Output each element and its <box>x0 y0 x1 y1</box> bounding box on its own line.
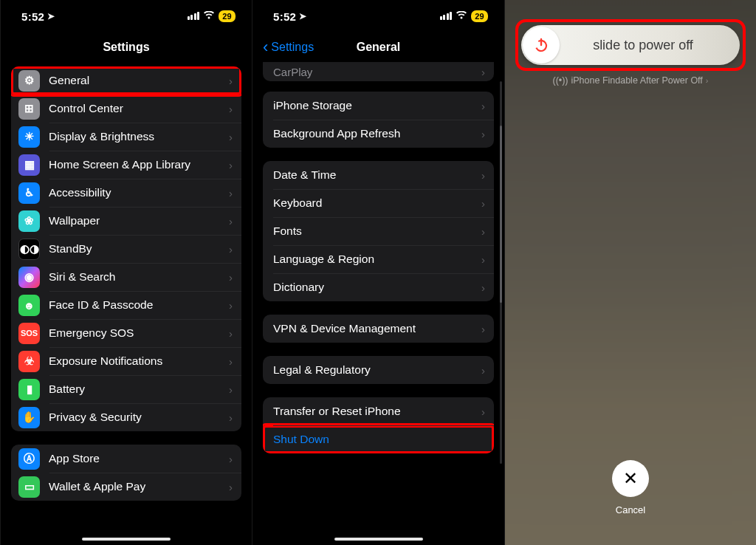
battery-icon: ▮ <box>18 379 40 400</box>
chevron-right-icon: › <box>229 131 233 143</box>
row-label: Accessibility <box>49 186 229 199</box>
row-label: Exposure Notifications <box>49 354 229 368</box>
row-siri[interactable]: ◉Siri & Search› <box>11 263 241 291</box>
row-keyboard[interactable]: Keyboard› <box>263 189 494 217</box>
row-label: Fonts <box>273 224 481 238</box>
wallpaper-icon: ❀ <box>18 210 40 232</box>
general-group-input: Date & Time›Keyboard›Fonts›Language & Re… <box>263 161 494 301</box>
row-carplay-partial[interactable]: CarPlay › <box>263 62 494 81</box>
row-label: Siri & Search <box>49 270 229 284</box>
row-label: Date & Time <box>273 168 481 182</box>
row-label: Display & Brightness <box>49 130 229 143</box>
close-icon: ✕ <box>623 468 638 489</box>
row-vpn[interactable]: VPN & Device Management› <box>263 315 494 343</box>
battery-icon: 29 <box>471 10 488 22</box>
settings-scroll[interactable]: ⚙︎General›⊞Control Center›☀︎Display & Br… <box>1 62 252 545</box>
row-exposure[interactable]: ☣Exposure Notifications› <box>11 347 241 375</box>
chevron-right-icon: › <box>229 327 233 340</box>
chevron-left-icon: ‹ <box>263 39 268 55</box>
row-bg-refresh[interactable]: Background App Refresh› <box>263 120 494 148</box>
privacy-icon: ✋ <box>18 407 40 428</box>
general-icon: ⚙︎ <box>18 70 40 92</box>
row-label: VPN & Device Management <box>273 322 481 335</box>
row-label: Privacy & Security <box>49 411 229 424</box>
row-appstore[interactable]: ⒶApp Store› <box>11 445 241 473</box>
appstore-icon: Ⓐ <box>18 448 40 470</box>
row-language[interactable]: Language & Region› <box>263 245 494 273</box>
row-display[interactable]: ☀︎Display & Brightness› <box>11 123 241 151</box>
battery-icon: 29 <box>219 10 236 22</box>
chevron-right-icon: › <box>229 411 233 424</box>
page-title: Settings <box>103 41 149 54</box>
chevron-right-icon: › <box>481 128 485 140</box>
row-faceid[interactable]: ☻Face ID & Passcode› <box>11 291 241 319</box>
display-icon: ☀︎ <box>18 126 40 148</box>
settings-group-apps: ⒶApp Store›▭Wallet & Apple Pay› <box>11 445 241 501</box>
row-label: iPhone Storage <box>273 99 481 112</box>
home-indicator[interactable] <box>334 538 423 541</box>
row-label: Keyboard <box>273 196 481 210</box>
row-label: Background App Refresh <box>273 127 481 140</box>
row-label: Face ID & Passcode <box>49 298 229 312</box>
row-transfer-reset[interactable]: Transfer or Reset iPhone› <box>263 397 494 425</box>
row-legal[interactable]: Legal & Regulatory› <box>263 356 494 384</box>
chevron-right-icon: › <box>229 481 233 493</box>
row-iphone-storage[interactable]: iPhone Storage› <box>263 92 494 120</box>
chevron-right-icon: › <box>229 453 233 465</box>
chevron-right-icon: › <box>481 169 485 182</box>
exposure-icon: ☣ <box>18 351 40 372</box>
row-fonts[interactable]: Fonts› <box>263 217 494 245</box>
row-dictionary[interactable]: Dictionary› <box>263 273 494 301</box>
cancel-button[interactable]: ✕ <box>612 460 649 497</box>
findable-message[interactable]: ((•)) iPhone Findable After Power Off › <box>505 75 756 86</box>
cellular-icon <box>188 12 200 20</box>
row-home-screen[interactable]: ▦Home Screen & App Library› <box>11 151 241 179</box>
accessibility-icon: ♿︎ <box>18 182 40 204</box>
row-label: Control Center <box>49 102 229 115</box>
row-battery[interactable]: ▮Battery› <box>11 375 241 403</box>
row-wallpaper[interactable]: ❀Wallpaper› <box>11 207 241 235</box>
general-group-legal: Legal & Regulatory› <box>263 356 494 384</box>
row-sos[interactable]: SOSEmergency SOS› <box>11 319 241 347</box>
general-group-storage: iPhone Storage›Background App Refresh› <box>263 92 494 148</box>
row-privacy[interactable]: ✋Privacy & Security› <box>11 403 241 431</box>
screenshot-general: 5:52 ➤ 29 ‹ Settings General CarPlay › i… <box>252 0 504 545</box>
row-label: Shut Down <box>273 433 485 446</box>
chevron-right-icon: › <box>229 243 233 256</box>
location-icon: ➤ <box>47 11 55 21</box>
chevron-right-icon: › <box>229 187 233 199</box>
chevron-right-icon: › <box>481 253 485 266</box>
wifi-icon <box>456 10 467 22</box>
nav-bar: ‹ Settings General <box>252 32 504 62</box>
row-label: App Store <box>49 452 229 465</box>
chevron-right-icon: › <box>229 271 233 284</box>
status-bar: 5:52 ➤ 29 <box>1 0 252 32</box>
cancel-label: Cancel <box>616 504 645 515</box>
siri-icon: ◉ <box>18 267 40 288</box>
chevron-right-icon: › <box>706 76 709 85</box>
chevron-right-icon: › <box>481 197 485 210</box>
findmy-icon: ((•)) <box>552 75 568 86</box>
general-group-vpn: VPN & Device Management› <box>263 315 494 343</box>
row-shut-down[interactable]: Shut Down <box>263 425 494 453</box>
row-control-center[interactable]: ⊞Control Center› <box>11 95 241 123</box>
chevron-right-icon: › <box>229 215 233 227</box>
row-date-time[interactable]: Date & Time› <box>263 161 494 189</box>
chevron-right-icon: › <box>481 66 485 78</box>
row-standby[interactable]: ◐◑StandBy› <box>11 235 241 263</box>
row-general[interactable]: ⚙︎General› <box>11 66 241 95</box>
chevron-right-icon: › <box>481 100 485 112</box>
row-label: Wallpaper <box>49 214 229 227</box>
page-title: General <box>357 41 401 54</box>
row-wallet[interactable]: ▭Wallet & Apple Pay› <box>11 473 241 501</box>
row-label: Legal & Regulatory <box>273 363 481 377</box>
chevron-right-icon: › <box>481 281 485 294</box>
scrollbar[interactable] <box>500 81 502 464</box>
back-button[interactable]: ‹ Settings <box>263 32 314 62</box>
wifi-icon <box>203 10 215 22</box>
home-indicator[interactable] <box>82 538 171 541</box>
row-label: Wallet & Apple Pay <box>49 480 229 493</box>
row-label: General <box>49 74 229 87</box>
row-accessibility[interactable]: ♿︎Accessibility› <box>11 179 241 207</box>
row-label: StandBy <box>49 242 229 256</box>
